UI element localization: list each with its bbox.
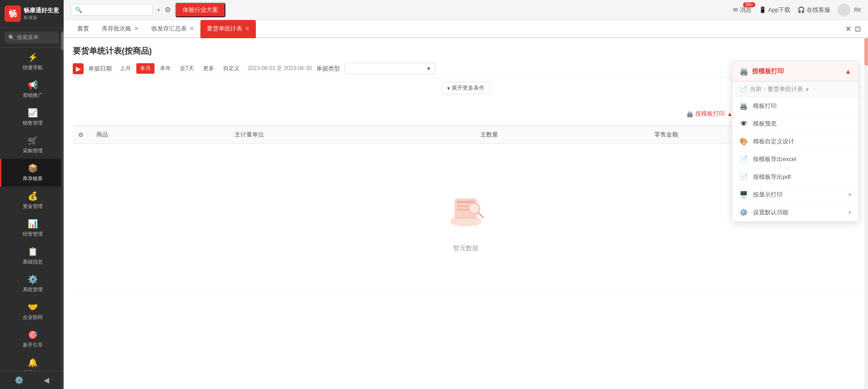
batch-account-tab-label: 库存批次账 [102,25,131,33]
sidebar-item-sales[interactable]: 📈 销售管理 [0,103,64,131]
tabbar: 首页 库存批次账 ✕ 收发存汇总表 ✕ 要货单统计表 ✕ ✕ ⊡ [64,20,868,38]
sidebar-item-enterprise[interactable]: 🤝 企业协同 [0,298,64,325]
logo-subtitle: 标准版 [24,15,59,21]
sidebar-item-app-center[interactable]: 🔔 应用中心 [0,353,64,371]
expand-more-button[interactable]: ▾ 展开更多条件 [441,82,490,94]
collapse-icon[interactable]: ◀ [44,376,49,384]
filter-expand-button[interactable]: ▶ [73,63,84,74]
tab-order-stats[interactable]: 要货单统计表 ✕ [200,20,256,38]
trial-button[interactable]: 体验行业方案 [175,3,225,17]
content-scrollbar[interactable] [864,38,868,389]
search-menu-button[interactable]: 🔍 搜索菜单 [5,31,59,44]
tab-receipt-summary-close[interactable]: ✕ [190,25,194,32]
order-stats-tab-label: 要货单统计表 [207,25,242,33]
template-print-button[interactable]: 🖨️ 按模板打印 ▲ [686,110,733,118]
operations-icon: 📊 [28,219,38,229]
type-select[interactable]: ▾ [344,63,435,74]
export-excel-item-icon: 📄 [739,155,748,163]
service-icon: 🎧 [798,6,805,13]
dropdown-close-chevron[interactable]: ▲ [845,68,851,75]
template-print-item-label: 模板打印 [753,102,777,110]
system-label: 系统管理 [23,286,43,293]
tab-close-all-icon[interactable]: ✕ [845,25,851,33]
sidebar-footer: ⚙️ ◀ [0,371,64,389]
topbar-chevron-icon[interactable]: ▾ [157,7,160,13]
dropdown-item-set-default[interactable]: ⚙️ 设置默认功能 ▾ [732,204,858,222]
template-design-item-icon: 🎨 [739,137,748,146]
marketing-icon: 📢 [28,80,38,90]
dropdown-title: 🖨️ 按模板打印 [739,67,784,76]
settings-footer-icon[interactable]: ⚙️ [15,376,24,384]
pill-this-year[interactable]: 本年 [156,63,175,74]
dropdown-header[interactable]: 🖨️ 按模板打印 ▲ [732,61,858,81]
topbar-right-actions: ✉ 消息 99+ 📱 App下载 🎧 在线客服 Rit [733,4,861,16]
empty-text: 暂无数据 [453,244,479,253]
user-avatar-button[interactable]: Rit [838,4,861,16]
sidebar-item-quick-nav[interactable]: ⚡ 快捷导航 [0,48,64,76]
dropdown-item-template-print[interactable]: 🖨️ 模板打印 [732,97,858,115]
template-print-label: 按模板打印 [695,110,725,118]
tab-batch-account-close[interactable]: ✕ [134,25,139,32]
set-default-icon: ⚙️ [739,208,748,217]
pill-7days[interactable]: 近7天 [176,63,198,74]
dropdown-title-label: 按模板打印 [752,67,784,76]
sidebar-item-operations[interactable]: 📊 经营管理 [0,214,64,242]
topbar: 🔍 ▾ ⚙ 体验行业方案 ✉ 消息 99+ 📱 App下载 🎧 在线客服 Rit [64,0,868,20]
dropdown-item-template-design[interactable]: 🎨 模板自定义设计 [732,133,858,151]
expand-more-label: 展开更多条件 [452,84,484,92]
search-menu-label: 搜索菜单 [17,34,39,41]
tab-order-stats-close[interactable]: ✕ [245,25,249,32]
pill-last-month[interactable]: 上月 [116,63,135,74]
tabbar-controls: ✕ ⊡ [845,25,861,33]
dropdown-item-export-excel[interactable]: 📄 按模板导出excel [732,151,858,168]
export-pdf-item-icon: 📄 [739,173,748,181]
col-gear-header[interactable]: ⚙ [73,126,91,144]
sidebar-item-system[interactable]: ⚙️ 系统管理 [0,270,64,298]
pill-more[interactable]: 更多 [200,63,218,74]
col-product-header: 商品 [91,126,229,144]
tab-receipt-summary[interactable]: 收发存汇总表 ✕ [145,20,200,38]
display-print-arrow: ▾ [848,192,851,198]
tab-batch-account[interactable]: 库存批次账 ✕ [95,20,145,38]
dropdown-item-template-preview[interactable]: 👁️ 模板预览 [732,115,858,133]
finance-icon: 💰 [28,191,38,201]
topbar-search-input[interactable] [84,7,149,13]
content-scrollbar-thumb [864,38,868,66]
dropdown-item-display-print[interactable]: 🖥️ 按显示打印 ▾ [732,186,858,204]
sidebar-item-guide[interactable]: 🎯 新手引导 [0,325,64,353]
sales-label: 销售管理 [23,120,43,126]
type-filter-label: 单据类型 [316,65,340,73]
sidebar-item-basic[interactable]: 📋 基础信息 [0,242,64,270]
tab-home[interactable]: 首页 [71,20,95,38]
svg-point-6 [469,204,479,213]
sidebar-item-inventory[interactable]: 📦 库存核算 [0,159,64,187]
main-area: 🔍 ▾ ⚙ 体验行业方案 ✉ 消息 99+ 📱 App下载 🎧 在线客服 Rit [64,0,868,389]
pill-this-month[interactable]: 本月 [136,63,155,74]
topbar-search-box[interactable]: 🔍 [71,4,153,15]
pill-custom[interactable]: 自定义 [219,63,243,74]
guide-icon: 🎯 [28,330,38,340]
dropdown-printer-icon: 🖨️ [739,67,748,76]
avatar [838,4,850,16]
date-range-label: 2023-06-01 至 2023-06-30 [248,65,312,72]
messages-button[interactable]: ✉ 消息 99+ [733,6,752,14]
sidebar-nav: ⚡ 快捷导航 📢 营销推广 📈 销售管理 🛒 采购管理 📦 库存核算 💰 资金管… [0,48,64,371]
logo-text: 畅康通好生意 标准版 [24,6,59,21]
sidebar: 畅 畅康通好生意 标准版 🔍 搜索菜单 ⚡ 快捷导航 📢 营销推广 📈 销售管理… [0,0,64,389]
app-icon: 📱 [759,6,766,13]
set-default-label: 设置默认功能 [753,208,788,217]
dropdown-item-export-pdf[interactable]: 📄 按模板导出pdf [732,168,858,186]
col-quantity-header: 主数量 [475,126,649,144]
sidebar-item-purchase[interactable]: 🛒 采购管理 [0,131,64,159]
set-default-arrow: ▾ [848,209,851,216]
app-download-button[interactable]: 📱 App下载 [759,6,790,14]
app-center-icon: 🔔 [28,358,38,368]
sidebar-item-finance[interactable]: 💰 资金管理 [0,187,64,214]
online-service-button[interactable]: 🎧 在线客服 [798,6,830,14]
page-title: 要货单统计表(按商品) [73,45,859,56]
sidebar-item-marketing[interactable]: 📢 营销推广 [0,76,64,103]
template-preview-item-icon: 👁️ [739,120,748,128]
topbar-gear-icon[interactable]: ⚙ [165,5,171,14]
basic-label: 基础信息 [23,258,43,265]
tab-maximize-icon[interactable]: ⊡ [855,25,861,33]
